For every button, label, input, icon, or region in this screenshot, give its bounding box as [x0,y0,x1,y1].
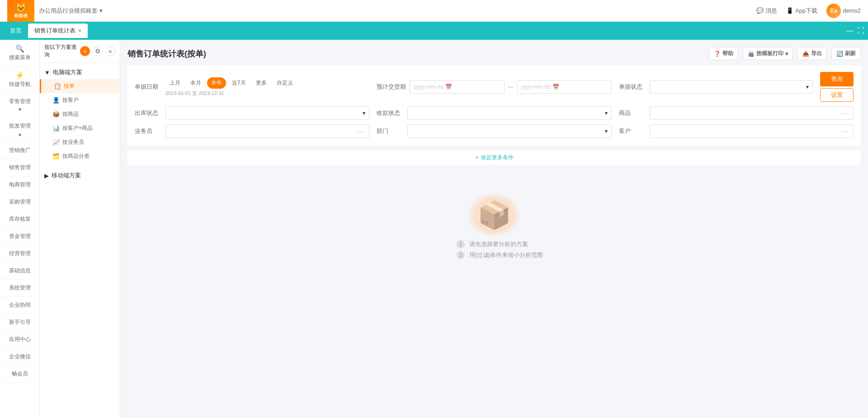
tab-sales-order[interactable]: 销售订单统计表 × [28,24,88,38]
filter-group-customer: 客户 ··· [619,124,854,138]
step2-text: 用[过滤]条件来缩小分析范围 [469,252,543,258]
sidebar-item-wholesale[interactable]: 批发管理 ▴ [0,118,39,142]
user-menu[interactable]: Ea demo2 [826,4,861,18]
sidebar-item-finance[interactable]: 资金管理 [0,228,39,245]
sidebar-item-system[interactable]: 系统管理 [0,280,39,297]
sidebar-item-new-user[interactable]: 新手引导 [0,314,39,331]
sidebar-new-user-label: 新手引导 [9,318,31,326]
topbar-right: 💬 消息 📱 App下载 Ea demo2 [756,4,861,18]
by-order-icon: 📋 [54,83,61,90]
dq-more[interactable]: 更多 [252,77,271,89]
dq-last-month[interactable]: 上月 [165,77,184,89]
collapse-panel-btn[interactable]: « [105,46,115,56]
minimize-icon[interactable]: — [846,27,854,35]
messages-btn[interactable]: 💬 消息 [756,7,777,15]
scheme-item-by-salesperson[interactable]: 📈 按业务员 [40,135,120,149]
empty-steps: 1 请先选择要分析的方案 2 用[过滤]条件来缩小分析范围 [445,238,543,262]
filter-group-collection: 收款状态 ▾ [377,106,611,120]
by-goods-icon: 📦 [52,111,60,118]
add-scheme-btn[interactable]: + [80,46,90,56]
scheme-item-by-customer-goods[interactable]: 📊 按客户+商品 [40,121,120,135]
dq-last7days[interactable]: 近7天 [228,77,250,89]
filter-row-3: 业务员 ··· 部门 ▾ 客户 [135,124,854,138]
logo: 🐱 标板侠 [7,0,34,22]
template-print-label: 按模板打印 [756,50,783,57]
app-download-btn[interactable]: 📱 App下载 [786,7,817,15]
chevron-down-icon: ▾ [99,7,103,14]
template-print-btn[interactable]: 🖨️ 按模板打印 ▾ [743,47,793,60]
settings-scheme-btn[interactable]: ⚙ [93,46,103,56]
date-range-text: 2023-01-01 至 2023-12-31 [165,90,369,97]
tab-close-icon[interactable]: × [78,28,81,34]
delivery-end-input[interactable]: yyyy-mm-dd 📅 [517,80,612,94]
left-panel-toolbar: 按以下方案查询 + ⚙ « [40,40,120,63]
sidebar-membership-label: 畅会员 [12,370,28,378]
company-selector[interactable]: 办公用品行业模拟账套 ▾ [39,7,103,15]
date-sep: — [508,84,514,90]
goods-input[interactable]: ··· [650,106,854,120]
sidebar-item-membership[interactable]: 畅会员 [0,366,39,383]
tab-home[interactable]: 首页 [4,24,28,38]
by-salesperson-icon: 📈 [52,139,60,146]
scheme-section-desktop: ▼ 电脑端方案 📋 按单 👤 按客户 📦 按商品 📊 按客户+商品 [40,63,120,166]
calendar-icon2: 📅 [552,84,559,90]
avatar: Ea [826,4,841,18]
topbar-left: 🐱 标板侠 办公用品行业模拟账套 ▾ [7,0,103,22]
desktop-scheme-label: 电脑端方案 [53,68,82,76]
dq-this-month[interactable]: 本月 [186,77,205,89]
sidebar-item-app-center[interactable]: 应用中心 [0,331,39,348]
sidebar-item-inventory[interactable]: 库存核算 [0,211,39,228]
department-select[interactable]: ▾ [407,124,611,138]
export-icon: 📤 [802,51,809,57]
chevron-down-icon6: ▾ [605,128,608,134]
salesperson-input[interactable]: ··· [165,124,369,138]
outbound-select[interactable]: ▾ [165,106,369,120]
query-btn[interactable]: 查询 [820,72,854,86]
by-customer-icon: 👤 [52,97,60,104]
shortcuts-icon: ⚡ [15,71,24,80]
dq-custom[interactable]: 自定义 [273,77,297,89]
collection-select[interactable]: ▾ [407,106,611,120]
maximize-icon[interactable]: ⛶ [857,27,864,35]
by-category-label: 按商品分类 [62,152,90,160]
by-category-icon: 🗂️ [52,153,60,160]
sidebar-operations-label: 经营管理 [9,250,31,257]
sidebar-purchase-label: 采购管理 [9,198,31,206]
sidebar-item-marketing[interactable]: 营销推广 [0,142,39,159]
scheme-section-desktop-header[interactable]: ▼ 电脑端方案 [40,66,120,79]
more-icon: ··· [841,109,849,117]
sidebar-marketing-label: 营销推广 [9,147,31,154]
scheme-item-by-goods[interactable]: 📦 按商品 [40,107,120,121]
refresh-btn[interactable]: 🔄 刷新 [831,47,861,60]
dq-this-year[interactable]: 本年 [207,77,226,89]
scheme-item-by-category[interactable]: 🗂️ 按商品分类 [40,149,120,163]
date-quick-btns: 上月 本月 本年 近7天 更多 自定义 [165,77,369,89]
filter-group-department: 部门 ▾ [377,124,611,138]
sidebar-item-basic-info[interactable]: 基础信息 [0,262,39,280]
by-goods-label: 按商品 [62,110,79,118]
sidebar-item-ecommerce[interactable]: 电商管理 [0,176,39,194]
sidebar-inventory-label: 库存核算 [9,215,31,223]
sidebar-item-purchase[interactable]: 采购管理 [0,194,39,211]
help-btn[interactable]: ❓ 帮助 [709,47,738,60]
sidebar-item-wechat[interactable]: 企业微信 [0,348,39,366]
sidebar-item-shortcuts[interactable]: ⚡ 快捷导航 [0,66,39,93]
collapse-bar[interactable]: ∧ 收起更多条件 [127,150,861,165]
chevron-down-icon5: ▾ [605,110,608,116]
scheme-item-by-customer[interactable]: 👤 按客户 [40,93,120,107]
sidebar-item-sales[interactable]: 销售管理 [0,159,39,176]
page-title-actions: ❓ 帮助 🖨️ 按模板打印 ▾ 📤 导出 🔄 刷新 [709,47,861,60]
scheme-item-by-order[interactable]: 📋 按单 [40,79,120,93]
sidebar-item-operations[interactable]: 经营管理 [0,245,39,262]
setup-btn[interactable]: 设置 [820,88,854,102]
customer-input[interactable]: ··· [650,124,854,138]
export-btn[interactable]: 📤 导出 [797,47,827,60]
bill-status-select[interactable]: ▾ [650,80,813,94]
sidebar-item-search[interactable]: 🔍 搜索菜单 [0,40,39,66]
sidebar-item-retail[interactable]: 零售管理 ▾ [0,93,39,118]
scheme-section-mobile-header[interactable]: ▶ 移动端方案 [40,169,120,182]
app-icon: 📱 [786,7,793,14]
tabbar: 首页 销售订单统计表 × — ⛶ [0,22,868,40]
delivery-start-input[interactable]: yyyy-mm-dd 📅 [410,80,504,94]
sidebar-item-enterprise[interactable]: 企业协同 [0,297,39,314]
